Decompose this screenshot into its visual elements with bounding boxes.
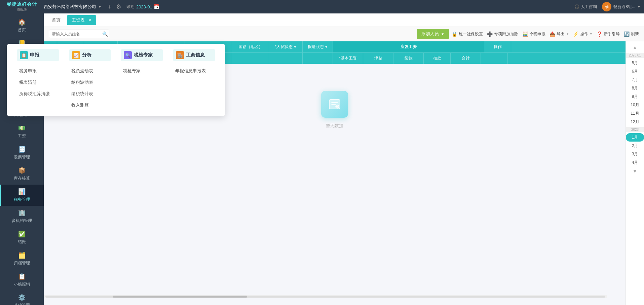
dropdown-item-tax-expert-item[interactable]: 税检专家 [121,65,163,77]
dropdown-col-label-business-info: 工商信息 [186,52,205,58]
toolbar-btn-special-deduction[interactable]: ➕专项附加扣除 [487,31,518,37]
empty-icon [321,91,348,118]
user-chevron-icon: ▼ [637,5,641,9]
toolbar-label-guide: 新手引导 [604,31,620,37]
sidebar-item-tax[interactable]: 📊税务管理 [0,185,44,206]
toolbar-btn-personal-tax[interactable]: 🧮个税申报 [522,31,545,37]
th2-total: 合计 [451,53,481,64]
sidebar-item-home[interactable]: 🏠首页 [0,15,44,36]
sidebar-item-multi-org[interactable]: 🏢多机构管理 [0,206,44,227]
dropdown-col-business-info: 🏬 工商信息 年报信息申报表 [168,49,220,111]
toolbar-icon-guide: ❓ [597,31,602,37]
th2-subsidy: 津贴 [363,53,393,64]
year-panel-month-5月[interactable]: 5月 [626,59,644,67]
calendar-icon[interactable]: 📅 [154,4,159,9]
period-label: 账期 [126,4,135,10]
sidebar-icon-wages: 💵 [18,124,26,132]
app-subtitle: 旗舰版 [17,7,27,12]
filter-icon: ▼ [294,45,297,49]
service-label: 人工咨询 [581,4,597,10]
year-panel-month-7月[interactable]: 7月 [626,76,644,84]
toolbar-btn-guide[interactable]: ❓新手引导 [597,31,620,37]
dropdown-item-annual-report[interactable]: 年报信息申报表 [173,65,215,77]
th2-nation [232,53,269,64]
period-value[interactable]: 2023-01 [136,4,152,9]
year-panel-up-arrow[interactable]: ▲ [631,43,639,52]
avatar: 畅 [602,2,611,11]
tab-label-salary-tab: 工资表 [72,17,85,23]
sidebar-item-xiao-chang[interactable]: 📋小畅报销 [0,269,44,291]
sidebar-item-invoice[interactable]: 🧾发票管理 [0,142,44,163]
year-panel: ▲2023.015月6月7月8月9月10月11月12月20231月2月3月4月▼ [626,41,644,305]
sidebar-item-inventory[interactable]: 📦库存核算 [0,163,44,185]
add-icon[interactable]: ＋ [107,3,113,11]
tab-close-salary-tab[interactable]: ✕ [88,18,91,23]
settings-icon[interactable]: ⚙ [116,3,121,10]
sidebar-item-archive[interactable]: 🗂️归档管理 [0,248,44,269]
th2-send-status [303,53,333,64]
year-panel-month-10月[interactable]: 10月 [626,101,644,109]
app-title: 畅捷通好会计 [7,1,37,7]
dropdown-item-tax-stats[interactable]: 纳税统计表 [69,88,111,100]
dropdown-col-tax-expert: 🔍 税检专家 税检专家 [116,49,168,111]
year-panel-month-8月[interactable]: 8月 [626,84,644,92]
sidebar-item-wages[interactable]: 💵工资 [0,121,44,142]
dropdown-item-income-estimation[interactable]: 收入测算 [69,100,111,111]
toolbar-btn-export[interactable]: 📤导出▼ [550,31,569,37]
th2-performance: 绩效 [393,53,424,64]
toolbar-btn-social-security[interactable]: 🔒统一社保设置 [452,31,483,37]
dropdown-item-tax-fluctuation[interactable]: 税负波动表 [69,65,111,77]
tab-salary-tab[interactable]: 工资表✕ [67,15,96,25]
toolbar-icon-operate: ⚡ [573,31,579,37]
toolbar-label-social-security: 统一社保设置 [459,31,483,37]
toolbar-icon-special-deduction: ➕ [487,31,493,37]
tab-bar: 首页工资表✕ [44,13,644,27]
dropdown-item-tax-table[interactable]: 税表清册 [17,77,59,88]
sidebar-label-basic-settings: 基础设置 [14,303,30,305]
dropdown-item-tax-payment-fluctuation[interactable]: 纳税波动表 [69,77,111,88]
top-bar-right: 🎧 人工咨询 畅 畅捷通8组... ▼ [574,2,641,11]
company-selector[interactable]: 西安虾米网络科技有限公司 ▼ [44,4,102,10]
add-person-button[interactable]: 添加人员 ▼ [417,29,449,39]
dropdown-col-label-analysis: 分析 [82,52,91,58]
dropdown-header-declaration: 📋 申报 [17,49,59,61]
sidebar-label-archive: 归档管理 [14,260,30,266]
svg-rect-2 [331,104,336,105]
search-input[interactable] [52,32,102,36]
year-label-2023[interactable]: 2023.01 [626,53,644,58]
headphone-icon: 🎧 [574,4,579,9]
sidebar-item-basic-settings[interactable]: ⚙️基础设置 [0,291,44,305]
service-button[interactable]: 🎧 人工咨询 [574,4,597,10]
year-panel-month-12月[interactable]: 12月 [626,118,644,126]
year-panel-month-2023-1月[interactable]: 1月 [626,133,644,142]
year-panel-month-6月[interactable]: 6月 [626,67,644,76]
toolbar-btn-refresh[interactable]: 🔄刷新 [624,31,639,37]
dropdown-item-income-tax-calc[interactable]: 所得税汇算清缴 [17,88,59,100]
app-logo[interactable]: 畅捷通好会计 旗舰版 [3,1,40,12]
user-info[interactable]: 畅 畅捷通8组... ▼ [602,2,641,11]
toolbar-btn-operate[interactable]: ⚡操作▼ [573,31,593,37]
th-operate: 操作 [484,41,511,52]
sidebar-icon-tax: 📊 [18,188,26,195]
dropdown-col-icon-business-info: 🏬 [176,51,184,59]
th-wages-group-label: 应发工资 [333,41,484,52]
year-label-2023-group[interactable]: 2023 [626,127,644,132]
year-panel-month-2023-4月[interactable]: 4月 [626,158,644,167]
toolbar-icon-refresh: 🔄 [624,31,630,37]
toolbar-arrow-operate: ▼ [590,32,593,36]
sidebar-item-close-period[interactable]: ✅结账 [0,227,44,248]
scrollbar-thumb[interactable] [113,296,247,298]
year-panel-month-2023-2月[interactable]: 2月 [626,142,644,150]
year-panel-month-2023-3月[interactable]: 3月 [626,150,644,158]
dropdown-item-tax-declaration[interactable]: 税务申报 [17,65,59,77]
tab-label-home-tab: 首页 [52,17,61,23]
tab-home-tab[interactable]: 首页 [47,15,65,25]
toolbar-label-operate: 操作 [580,31,588,37]
year-panel-down-arrow[interactable]: ▼ [631,167,639,176]
bottom-scrollbar[interactable] [44,295,607,298]
year-panel-month-9月[interactable]: 9月 [626,92,644,101]
dropdown-arrow-icon: ▼ [441,32,444,36]
toolbar-label-refresh: 刷新 [631,31,639,37]
search-wrapper[interactable]: 🔍 [49,30,109,38]
year-panel-month-11月[interactable]: 11月 [626,109,644,118]
